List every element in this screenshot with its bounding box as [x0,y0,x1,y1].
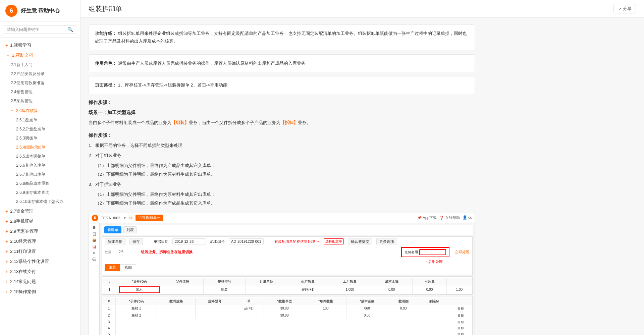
search-icon[interactable]: 🔍 [67,27,73,32]
sidebar-item-partial-stocktake[interactable]: 2.6.2分量盘点单 [0,125,80,134]
th-available: 可用量 [413,278,446,285]
sidebar-item-coupon[interactable]: + 2.9优惠券管理 [0,226,80,236]
annotation3-area: ↑ 启用处理 [105,259,470,264]
th-father-name: 父件名称 [162,278,204,285]
sidebar-item-other-outbound[interactable]: 2.6.7其他出库单 [0,170,80,179]
btn-process[interactable]: 立即处理 [455,249,470,255]
refresh-icon[interactable]: ⚙ [129,216,133,220]
cell-child-per-1: 180 [305,305,346,312]
th-child-serial: # [102,298,116,305]
father-code-highlight[interactable]: 米木 [119,286,160,293]
sidebar-item-payment[interactable]: + 2.13在线支付 [0,267,80,277]
sidebar-item-sales[interactable]: 2.4销售管理 [0,88,80,97]
sidebar-item-beginner[interactable]: 2.1新手入门 [0,60,80,69]
sidebar-item-print[interactable]: + 2.11打印设置 [0,246,80,257]
sidebar-item-ledger-query[interactable]: 2.6.9库存账本查询 [0,188,80,197]
sidebar-item-videos[interactable]: + 1.视频学习 [0,40,80,50]
expand-icon-coupon: + [5,229,8,234]
btn-more[interactable]: 更多选项 [376,238,397,245]
dropdown-arrow-icon: ▼ [123,216,126,220]
user-icon: 👤 cc [463,215,472,220]
app-sidebar-icon1: ☰ [93,226,96,229]
app-toolbar: 新建单 列表 [102,225,473,235]
th-spec: 规格型号 [204,278,246,285]
tab-list-btn[interactable]: 列表 [123,226,137,233]
th-father-code: *父件代码 [117,278,162,285]
scene1-desc: 当由多个子件材料组装成一个成品的业务为【组装】业务，当由一个父件拆分成多个子产品… [89,118,475,127]
cell-father-name [162,285,204,294]
type-switch-row: 组装 拆卸 [105,264,470,271]
sidebar-item-transfer[interactable]: 2.6.3调拨单 [0,134,80,143]
th-cost: 成本金额 [371,278,413,285]
step3-sub1: （1）上部明细为父件明细，最终作为原材料生成其它出库单； [95,190,475,199]
th-child-cost: *成本金额 [346,298,388,305]
tab-new-btn[interactable]: 新建单 [104,226,121,233]
sidebar-item-docs[interactable]: － 2.帮助文档 [0,50,80,60]
sidebar-item-other-inbound[interactable]: 2.6.6其他入库单 [0,161,80,170]
cell-serial: 1 [102,285,117,294]
page-title: 组装拆卸单 [89,4,122,13]
sidebar-item-purchase[interactable]: 2.5采购管理 [0,97,80,106]
sidebar-item-stocktake[interactable]: 2.6.1盘点单 [0,116,80,125]
sidebar-item-data-prep[interactable]: 2.3使用前数据准备 [0,78,80,88]
logo-icon: 6 [5,5,17,17]
app-body-layout: ☰ 📋 📦 📊 ⚙ 💬 新建单 列表 [89,223,475,335]
sidebar-item-install[interactable]: 2.2产品安装及登录 [0,69,80,78]
expand-icon-faq: + [5,279,8,284]
sidebar-item-customize[interactable]: + 2.12系统个性化设置 [0,257,80,267]
btn-confirm[interactable]: 确认并提交 [348,238,372,245]
cell-4-s: 4 [102,325,116,331]
process-box: 仓储名用 [401,247,449,257]
step2-sub1: （1）上部明细为父件明细，最终作为产成品生成其它入库单； [95,161,475,170]
collapse-icon-2: － [9,108,14,114]
cell-child-serial-2: 2 [102,312,116,319]
role-block: 使用角色： 通常由生产人员或库管人员完成拆装业务的操作，库管人员确认原材料的出库… [89,54,475,72]
share-button[interactable]: ↗ 分享 [613,4,636,13]
count-value: 2/6 [119,250,123,254]
sidebar-item-cases[interactable]: + 2.15操作案例 [0,287,80,297]
annotation3-text: ↑ 启用处理 [425,260,443,264]
sidebar-item-cost-recalc[interactable]: 2.6.8商品成本重算 [0,179,80,188]
app-main-area: 新建单 列表 新建单据 保存 单据日期 2019-12-26 流水编号 [100,223,475,335]
sidebar-item-faq[interactable]: + 2.14常见问题 [0,277,80,287]
cell-child-cost-1: 060 [346,305,388,312]
collapse-icon: － [5,52,10,58]
warehouse-input[interactable] [419,249,446,255]
form-row-2: 数量： 2/6 组装业务、拆卸业务在这里切换 仓储名用 立 [105,247,470,257]
th-child-qty-unit: *数量单位 [264,298,305,305]
app-icons-area: 📌 App下载 ❓ 在线帮助 👤 cc [417,215,472,220]
date-label: 单据日期 [154,239,168,244]
cell-child-code-1: 栋材 1 [116,305,157,312]
sidebar-item-finance[interactable]: + 2.7资金管理 [0,206,80,216]
sidebar-item-mobile[interactable]: + 2.8手机旺铺 [0,216,80,226]
sidebar-item-cost-adjust[interactable]: 2.6.5成本调整单 [0,152,80,161]
sidebar-item-inventory[interactable]: － 2.6库存核算 [0,106,80,116]
child-table: # *子件代码 数码规格 规格型号 单 *数量单位 *每件数量 *成本金额 数明 [102,298,472,335]
type-tab-assembly[interactable]: 组装 [105,264,120,271]
app-sidebar-icon3: 📦 [92,238,96,242]
main-content: 组装拆卸单 ↗ 分享 功能介绍： 组装拆卸单用来处理企业组装或拆卸等加工业务，支… [80,0,644,335]
type-tabs: 组装 拆卸 [105,264,136,271]
btn-save[interactable]: 保存 [129,238,143,245]
no-value[interactable]: AD-20191226-001 [229,238,264,244]
role-label: 使用角色： [95,61,117,66]
count-label: 数量： [105,250,115,255]
cell-5-s: 5 [102,331,116,335]
expand-icon-customize: + [5,259,8,264]
search-box[interactable]: 🔍 [4,25,76,34]
sidebar-item-assembly[interactable]: 2.6.4组装拆卸单 [0,143,80,152]
date-value[interactable]: 2019-12-26 [172,238,206,244]
logo-area: 6 好生意 帮助中心 [0,0,80,22]
btn-new[interactable]: 新建单据 [105,238,125,245]
cell-child-unit-2 [234,312,264,319]
share-icon: ↗ [618,6,622,11]
search-input[interactable] [7,27,67,32]
btn-select-config[interactable]: 选择配置单 [324,238,344,244]
sidebar-item-ledger-error[interactable]: 2.6.10库存账本错了怎么办 [0,197,80,206]
app-company: TEST-H002 [101,216,120,220]
cell-3-s: 3 [102,319,116,325]
sidebar-item-ops[interactable]: + 2.10经营管理 [0,236,80,246]
type-tab-disassembly[interactable]: 拆卸 [120,264,136,271]
app-new-doc-btn[interactable]: 组装拆卸单一 [136,215,163,221]
highlight-disassembly: 【拆卸】 [280,120,298,125]
